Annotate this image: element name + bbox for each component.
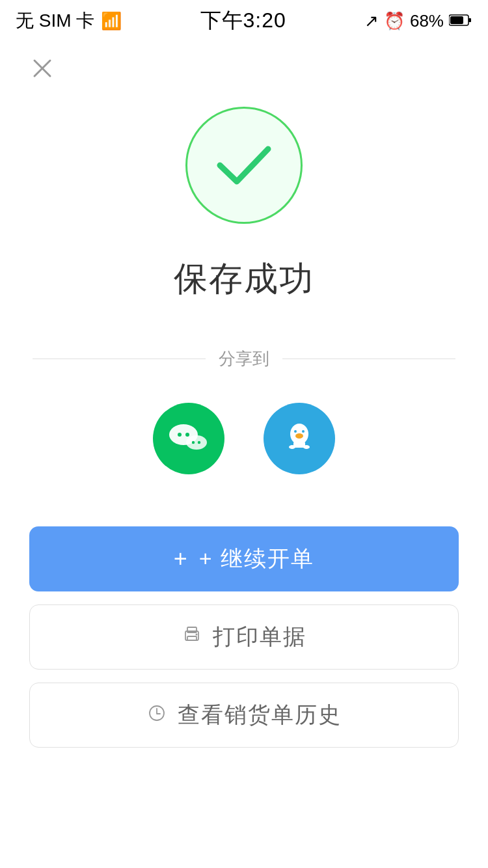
close-button[interactable] bbox=[26, 52, 59, 85]
main-content: 保存成功 分享到 bbox=[0, 42, 488, 748]
print-button[interactable]: 打印单据 bbox=[29, 604, 459, 670]
checkmark-icon bbox=[215, 142, 273, 188]
divider-left bbox=[33, 359, 206, 359]
print-icon bbox=[182, 625, 202, 650]
share-section: 分享到 bbox=[0, 347, 488, 748]
divider-right bbox=[282, 359, 455, 359]
wifi-icon: 📶 bbox=[101, 11, 122, 31]
svg-point-18 bbox=[289, 445, 295, 449]
svg-point-9 bbox=[192, 441, 195, 444]
action-buttons: + + 继续开单 打印单据 bbox=[29, 526, 459, 748]
continue-label: + 继续开单 bbox=[199, 544, 314, 574]
success-title: 保存成功 bbox=[174, 256, 314, 302]
svg-rect-2 bbox=[450, 16, 463, 24]
location-icon: ↗ bbox=[364, 11, 379, 31]
qq-icon bbox=[279, 418, 319, 459]
success-circle bbox=[185, 107, 303, 224]
history-icon bbox=[146, 703, 167, 728]
status-left: 无 SIM 卡 📶 bbox=[16, 8, 122, 33]
continue-button[interactable]: + + 继续开单 bbox=[29, 526, 459, 591]
svg-point-7 bbox=[185, 433, 189, 437]
svg-point-14 bbox=[294, 430, 297, 433]
svg-rect-23 bbox=[187, 636, 197, 640]
battery-level: 68% bbox=[410, 11, 444, 31]
status-right: ↗ ⏰ 68% bbox=[364, 11, 472, 31]
share-label: 分享到 bbox=[219, 347, 269, 370]
svg-point-15 bbox=[302, 430, 305, 433]
svg-point-6 bbox=[178, 433, 182, 437]
plus-icon: + bbox=[174, 545, 189, 573]
svg-point-24 bbox=[196, 633, 198, 635]
wechat-share-button[interactable] bbox=[153, 403, 224, 474]
qq-share-button[interactable] bbox=[264, 403, 335, 474]
share-icons-row bbox=[153, 403, 335, 474]
wechat-icon bbox=[167, 416, 211, 461]
svg-rect-1 bbox=[468, 18, 471, 22]
alarm-icon: ⏰ bbox=[384, 11, 405, 31]
battery-icon bbox=[449, 11, 472, 31]
no-sim-label: 无 SIM 卡 bbox=[16, 8, 94, 33]
svg-point-20 bbox=[295, 433, 303, 439]
share-divider-row: 分享到 bbox=[33, 347, 455, 370]
svg-point-8 bbox=[186, 435, 207, 450]
svg-point-19 bbox=[303, 445, 310, 449]
status-time: 下午3:20 bbox=[200, 7, 286, 35]
print-label: 打印单据 bbox=[213, 622, 306, 652]
status-bar: 无 SIM 卡 📶 下午3:20 ↗ ⏰ 68% bbox=[0, 0, 488, 42]
history-label: 查看销货单历史 bbox=[178, 700, 342, 730]
history-button[interactable]: 查看销货单历史 bbox=[29, 683, 459, 748]
svg-point-10 bbox=[198, 441, 200, 444]
